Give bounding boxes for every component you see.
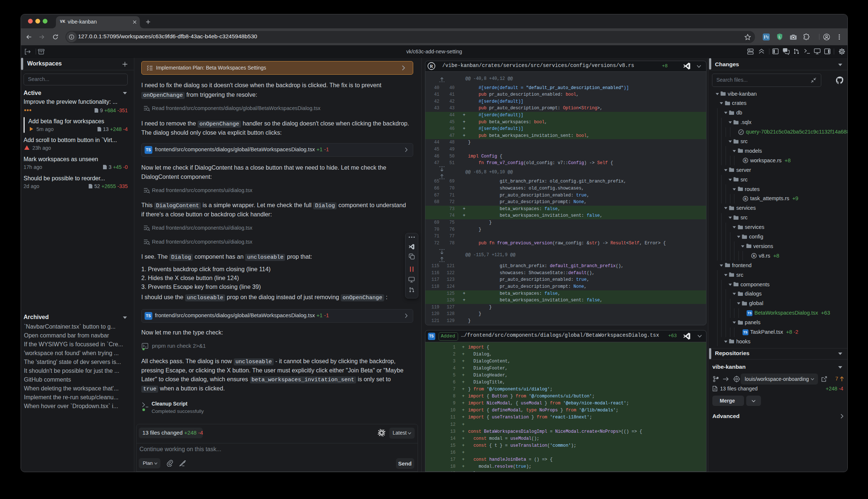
svg-text:R: R [753,254,755,258]
svg-text:R: R [744,197,747,201]
svg-text:R: R [744,159,747,163]
svg-text:L: L [779,35,781,39]
svg-text:R: R [430,64,433,69]
